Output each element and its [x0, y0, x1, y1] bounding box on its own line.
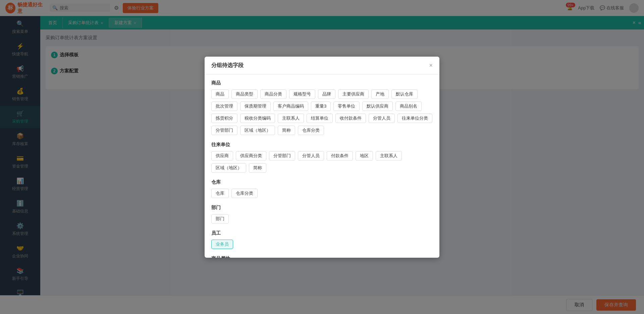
- field-tag-goods-category[interactable]: 商品分类: [260, 89, 286, 99]
- section-dept-title: 部门: [211, 205, 433, 211]
- section-goods-tags: 商品 商品类型 商品分类 规格型号 品牌 主要供应商 产地 默认仓库 批次管理 …: [211, 89, 433, 135]
- section-counterpart: 往来单位 供应商 供应商分类 分管部门 分管人员 付款条件 地区 主联系人 区域…: [211, 142, 433, 173]
- field-tag-origin[interactable]: 产地: [371, 89, 389, 99]
- field-tag-dept-head[interactable]: 分管人员: [369, 114, 395, 123]
- field-tag-warehouse[interactable]: 仓库: [211, 189, 229, 198]
- section-counterpart-title: 往来单位: [211, 142, 433, 148]
- field-tag-region-cp[interactable]: 地区: [356, 151, 373, 161]
- field-tag-dept-cp[interactable]: 分管部门: [269, 151, 295, 161]
- field-tag-salesperson[interactable]: 业务员: [211, 240, 233, 249]
- section-warehouse-title: 仓库: [211, 179, 433, 185]
- modal: 分组待选字段 × 商品 商品 商品类型 商品分类 规格型号 品牌 主要供应商 产…: [205, 57, 439, 258]
- section-warehouse: 仓库 仓库 仓库分类: [211, 179, 433, 198]
- field-tag-default-warehouse[interactable]: 默认仓库: [391, 89, 418, 99]
- field-tag-dept[interactable]: 部门: [211, 214, 229, 224]
- section-dept: 部门 部门: [211, 205, 433, 224]
- field-tag-counterpart-cat[interactable]: 往来单位分类: [397, 114, 432, 123]
- field-tag-warehouse-cat[interactable]: 仓库分类: [231, 189, 258, 198]
- section-counterpart-tags: 供应商 供应商分类 分管部门 分管人员 付款条件 地区 主联系人 区域（地区） …: [211, 151, 433, 173]
- field-tag-dept-manage[interactable]: 分管部门: [211, 126, 237, 135]
- field-tag-batch-mgmt[interactable]: 批次管理: [211, 102, 237, 111]
- section-employee-title: 员工: [211, 230, 433, 236]
- field-tag-supplier-cat[interactable]: 供应商分类: [236, 151, 266, 161]
- section-goods: 商品 商品 商品类型 商品分类 规格型号 品牌 主要供应商 产地 默认仓库 批次…: [211, 80, 433, 135]
- field-tag-person-cp[interactable]: 分管人员: [298, 151, 324, 161]
- section-employee-tags: 业务员: [211, 240, 433, 249]
- field-tag-settle-unit[interactable]: 结算单位: [307, 114, 333, 123]
- section-goods-attr-title: 商品属性: [211, 256, 433, 258]
- modal-body[interactable]: 商品 商品 商品类型 商品分类 规格型号 品牌 主要供应商 产地 默认仓库 批次…: [205, 75, 439, 258]
- section-employee: 员工 业务员: [211, 230, 433, 249]
- field-tag-warehouse-cat-goods[interactable]: 仓库分类: [298, 126, 324, 135]
- field-tag-goods-alias[interactable]: 商品别名: [395, 102, 422, 111]
- modal-close-button[interactable]: ×: [429, 62, 433, 69]
- field-tag-goods[interactable]: 商品: [211, 89, 229, 99]
- modal-overlay: 分组待选字段 × 商品 商品 商品类型 商品分类 规格型号 品牌 主要供应商 产…: [0, 0, 644, 314]
- field-tag-region-goods[interactable]: 区域（地区）: [240, 126, 275, 135]
- field-tag-short-name-goods[interactable]: 简称: [278, 126, 295, 135]
- modal-title: 分组待选字段: [211, 62, 244, 69]
- section-warehouse-tags: 仓库 仓库分类: [211, 189, 433, 198]
- field-tag-main-supplier[interactable]: 主要供应商: [338, 89, 369, 99]
- section-goods-title: 商品: [211, 80, 433, 86]
- field-tag-payment-terms[interactable]: 收付款条件: [335, 114, 366, 123]
- section-goods-attr: 商品属性 属性 颜色 多规格 尺码 鞋码 1: [211, 256, 433, 258]
- field-tag-goods-type[interactable]: 商品类型: [231, 89, 258, 99]
- field-tag-main-contact-cp[interactable]: 主联系人: [376, 151, 402, 161]
- field-tag-default-supplier[interactable]: 默认供应商: [362, 102, 393, 111]
- field-tag-tax-code[interactable]: 税收分类编码: [240, 114, 275, 123]
- field-tag-spec-model[interactable]: 规格型号: [289, 89, 315, 99]
- field-tag-customer-code[interactable]: 客户商品编码: [273, 102, 308, 111]
- field-tag-brand[interactable]: 品牌: [318, 89, 335, 99]
- field-tag-payment-cond[interactable]: 付款条件: [327, 151, 353, 161]
- field-tag-supplier[interactable]: 供应商: [211, 151, 233, 161]
- field-tag-retail-unit[interactable]: 零售单位: [333, 102, 360, 111]
- field-tag-area-region-cp[interactable]: 区域（地区）: [211, 163, 246, 173]
- field-tag-pick-score[interactable]: 拣货积分: [211, 114, 237, 123]
- field-tag-weight3[interactable]: 重量3: [311, 102, 331, 111]
- modal-header: 分组待选字段 ×: [205, 57, 439, 75]
- field-tag-short-name-cp[interactable]: 简称: [249, 163, 266, 173]
- field-tag-shelf-life[interactable]: 保质期管理: [240, 102, 271, 111]
- field-tag-main-contact[interactable]: 主联系人: [278, 114, 304, 123]
- section-dept-tags: 部门: [211, 214, 433, 224]
